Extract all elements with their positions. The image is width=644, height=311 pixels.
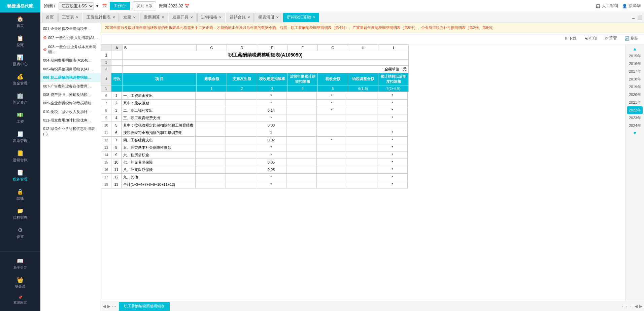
switch-old-button[interactable]: 切到旧版 xyxy=(133,1,156,10)
year-item[interactable]: 2018年 xyxy=(627,75,643,83)
sidebar-item-archive[interactable]: 📁 归档管理 xyxy=(0,204,40,223)
year-item[interactable]: 2016年 xyxy=(627,60,643,68)
download-button[interactable]: ⬇ 下载 xyxy=(562,35,579,42)
sidebar-item-closing[interactable]: 🔒 结账 xyxy=(0,185,40,204)
col-h-header: H xyxy=(348,44,378,51)
sidebar-item-fixed-assets[interactable]: 🏢 固定资产 xyxy=(0,89,40,108)
sidebar-item-report-center[interactable]: 📊 报表中心 xyxy=(0,51,40,70)
col-i-header: I xyxy=(378,44,409,51)
tree-item-008[interactable]: 008-资产折旧、摊销及纳税... xyxy=(40,91,101,99)
tab-income-tax[interactable]: 所得税汇算缴 ✕ xyxy=(283,13,319,22)
year-item[interactable]: 2017年 xyxy=(627,68,643,75)
sidebar-item-general-ledger[interactable]: 📋 总账 xyxy=(0,32,40,51)
year-item[interactable]: 2019年 xyxy=(627,83,643,91)
tab-tax-clearance[interactable]: 税表清册 ✕ xyxy=(255,13,282,22)
tab-payroll[interactable]: 工资表 ✕ xyxy=(58,13,82,22)
tree-item-006[interactable]: 006-职工薪酬纳税调整明细... xyxy=(40,73,101,82)
sheet-nav-right[interactable]: ▶ xyxy=(107,304,110,309)
sidebar-item-unpin[interactable]: 📌 取消固定 xyxy=(0,292,40,308)
print-button[interactable]: 🖨 打印 xyxy=(582,35,599,42)
company-dropdown[interactable]: 江西股宝-LSS xyxy=(59,2,94,10)
subheader-h: 6(1-5) xyxy=(348,85,378,92)
asset-icon: 💰 xyxy=(17,73,24,80)
bottom-tab-main[interactable]: 职工薪酬纳税调整明细表 xyxy=(119,302,170,311)
tree-item-011[interactable]: 011-研发费用加计扣除优惠... xyxy=(40,116,101,125)
tab-invoice-calc-close[interactable]: ✕ xyxy=(162,15,164,19)
subheader-b xyxy=(123,85,197,92)
year-item[interactable]: 2023年 xyxy=(627,114,643,122)
workspace-button[interactable]: 工作台 xyxy=(110,2,130,10)
tab-invoice-open-close[interactable]: ✕ xyxy=(190,15,193,19)
sidebar-item-asset-mgmt[interactable]: 💰 资金管理 xyxy=(0,70,40,89)
table-row: 72 其中：股权激励*** xyxy=(101,99,408,107)
sidebar-item-payroll[interactable]: 💵 工资 xyxy=(0,108,40,128)
year-item[interactable]: 2020年 xyxy=(627,91,643,99)
service-link[interactable]: 🎧 人工客询 xyxy=(596,3,618,9)
col-b-label: 项 目 xyxy=(123,73,197,85)
tab-home[interactable]: 首页 xyxy=(42,13,58,22)
subheader-e: 3 xyxy=(257,85,287,92)
sidebar-item-guide[interactable]: 📖 新手引导 xyxy=(0,254,40,273)
tab-maximize-icon[interactable]: ⬜ xyxy=(637,15,642,20)
sheet-nav-dots[interactable]: ⋯ xyxy=(112,304,116,309)
sidebar-item-tax-mgmt[interactable]: 📑 税务管理 xyxy=(0,166,40,185)
user-menu[interactable]: 👤 徐泽华 xyxy=(622,3,641,9)
tab-income-tax-close[interactable]: ✕ xyxy=(313,15,315,19)
tab-tax-clearance-close[interactable]: ✕ xyxy=(276,15,279,19)
tab-tax-clearance-label: 税表清册 xyxy=(258,14,274,20)
sidebar-item-sales-ledger[interactable]: 📒 进销台账 xyxy=(0,147,40,166)
tab-invoice[interactable]: 发票 ✕ xyxy=(120,13,139,22)
period-selector: 账期 2023-02 📅 xyxy=(159,3,190,9)
tab-invoice-open[interactable]: 发票开具 ✕ xyxy=(169,13,197,22)
tree-item-009[interactable]: 009-企业所得税弥补亏损明细... xyxy=(40,99,101,107)
tree-item-010[interactable]: 010-免税、减计收入及加计... xyxy=(40,108,101,116)
right-area: 2019年度涉及取以前年度结转数据的申报表单元格需要手工据正确，才能确证本年及以… xyxy=(101,23,644,311)
tab-payroll-stats-close[interactable]: ✕ xyxy=(112,15,115,19)
refresh-button[interactable]: 🔄 刷新 xyxy=(622,35,641,42)
tree-item-001[interactable]: 001-企业所得税年度纳税申... xyxy=(40,25,101,33)
dropdown-icon: ▼ xyxy=(95,4,99,8)
year-down-arrow[interactable]: ▼ xyxy=(633,130,637,136)
tab-purchase-verify-close[interactable]: ✕ xyxy=(219,15,222,19)
error-icon-003: ⊗ xyxy=(43,46,47,53)
tab-payroll-stats[interactable]: 工资统计报表 ✕ xyxy=(83,13,119,22)
col-b-header: B xyxy=(123,44,197,51)
tree-item-003[interactable]: ⊗ 003-一般企业业务成本支出明细... xyxy=(40,43,101,57)
tree-item-012[interactable]: 012-减免企业所得税优惠明细表(..) xyxy=(40,125,101,138)
table-row: 1510七、补充养老保险0.05* xyxy=(101,159,408,166)
col-f-header: F xyxy=(287,44,318,51)
sidebar-label-settings: 设置 xyxy=(16,234,24,239)
tree-item-007[interactable]: 007-广告费和业务宣传费弹... xyxy=(40,82,101,91)
tree-panel: 001-企业所得税年度纳税申... ⊗ 002-一般企业收入明细表(A1... … xyxy=(40,23,101,311)
tree-item-005[interactable]: 005-纳税调整项目明细表(A1... xyxy=(40,65,101,73)
tree-item-004[interactable]: 004-期间费用明细表(A1040... xyxy=(40,56,101,65)
tab-purchase-verify[interactable]: 进销稽核 ✕ xyxy=(197,13,225,22)
tab-purchase-verify-label: 进销稽核 xyxy=(201,14,217,20)
sheet-nav-left[interactable]: ◀ xyxy=(103,304,106,309)
year-item[interactable]: 2024年 xyxy=(627,122,643,130)
row-num-3: 3 xyxy=(101,65,111,73)
tab-invoice-close[interactable]: ✕ xyxy=(133,15,136,19)
year-up-arrow[interactable]: ▲ xyxy=(633,46,637,51)
bottom-scroll-left[interactable]: ◀ xyxy=(635,304,638,309)
company-prefix: (勿删） xyxy=(44,3,57,9)
tab-purchase-ledger-close[interactable]: ✕ xyxy=(247,15,250,19)
tab-payroll-close[interactable]: ✕ xyxy=(76,15,78,19)
sidebar-item-invoice-mgmt[interactable]: 🧾 发票管理 xyxy=(0,128,40,147)
sidebar-item-home[interactable]: 🏠 首页 xyxy=(0,12,40,32)
tree-item-002[interactable]: ⊗ 002-一般企业收入明细表(A1... xyxy=(40,33,101,42)
table-wrapper[interactable]: A B C D E F G H I xyxy=(101,44,625,301)
year-item[interactable]: 2022年 xyxy=(627,106,643,114)
bottom-scroll-right[interactable]: ▶ xyxy=(639,304,642,309)
bottom-more-icon[interactable]: ⋮⋮⋮ xyxy=(621,304,633,309)
year-item[interactable]: 2015年 xyxy=(627,52,643,60)
sidebar-item-member[interactable]: 👑 畅会员 xyxy=(0,273,40,292)
year-item[interactable]: 2021年 xyxy=(627,99,643,106)
col-e-label: 税收规定扣除率 xyxy=(257,73,287,85)
sidebar-item-settings[interactable]: ⚙ 设置 xyxy=(0,223,40,243)
tab-invoice-calc[interactable]: 发票测算 ✕ xyxy=(140,13,168,22)
tab-minimize-icon[interactable]: 🗕 xyxy=(632,15,636,20)
period-calendar-icon[interactable]: 📅 xyxy=(184,4,190,8)
tab-purchase-ledger[interactable]: 进销台账 ✕ xyxy=(226,13,254,22)
reset-button[interactable]: ↺ 重置 xyxy=(603,35,619,42)
